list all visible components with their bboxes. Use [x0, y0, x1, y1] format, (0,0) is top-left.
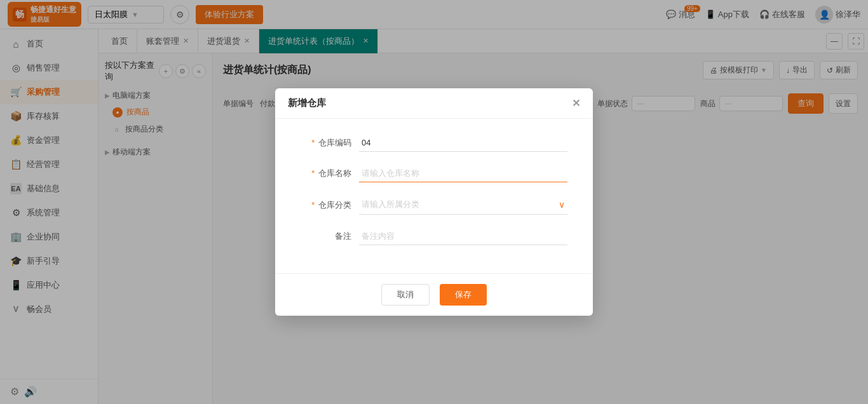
save-button[interactable]: 保存: [440, 284, 487, 306]
name-label: * 仓库名称: [301, 168, 351, 179]
warehouse-name-input[interactable]: [359, 165, 567, 182]
form-row-code: * 仓库编码: [301, 134, 567, 152]
dialog-close-btn[interactable]: ✕: [572, 97, 580, 109]
new-warehouse-dialog: 新增仓库 ✕ * 仓库编码 * 仓库名称: [275, 88, 593, 316]
dialog-overlay: 新增仓库 ✕ * 仓库编码 * 仓库名称: [0, 0, 868, 404]
required-star-name: *: [311, 168, 315, 178]
dialog-body: * 仓库编码 * 仓库名称 * 仓库分类 请输入: [275, 119, 593, 273]
category-arrow-icon: ∨: [559, 199, 565, 210]
warehouse-note-input[interactable]: [359, 227, 567, 245]
category-label: * 仓库分类: [301, 199, 351, 211]
warehouse-code-input[interactable]: [359, 134, 567, 152]
cancel-button[interactable]: 取消: [381, 284, 430, 306]
required-star-category: *: [311, 200, 315, 210]
category-placeholder: 请输入所属分类: [362, 199, 419, 210]
dialog-title: 新增仓库: [288, 97, 326, 109]
form-row-category: * 仓库分类 请输入所属分类 ∨: [301, 195, 567, 215]
warehouse-category-select[interactable]: 请输入所属分类 ∨: [359, 195, 567, 215]
form-row-name: * 仓库名称: [301, 165, 567, 182]
dialog-header: 新增仓库 ✕: [275, 88, 593, 119]
form-row-note: 备注: [301, 227, 567, 245]
code-label: * 仓库编码: [301, 137, 351, 149]
dialog-footer: 取消 保存: [275, 273, 593, 316]
note-label: 备注: [301, 231, 351, 242]
required-star-code: *: [311, 138, 315, 147]
